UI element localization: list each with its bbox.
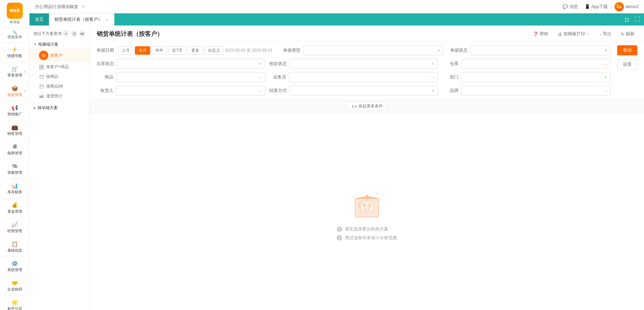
salesperson-dots: ···	[431, 75, 435, 80]
add-scheme-button[interactable]: +	[63, 30, 69, 37]
logo-label: 标准版	[10, 20, 20, 24]
scheme-item-by-customer[interactable]: 按 按客户	[30, 49, 90, 62]
payment-status-select[interactable]: ▼	[289, 59, 438, 69]
out-status-select[interactable]: ▼	[117, 59, 265, 69]
scheme-group-desktop-toggle[interactable]: ▼ 电脑端方案	[30, 40, 90, 49]
department-select[interactable]: ▼	[461, 72, 610, 82]
salesperson-col: 业务员 ···	[269, 72, 438, 82]
sidebar-item-marketing[interactable]: 📢 营销推广	[0, 101, 29, 120]
collapse-bar: ∧∧ 收起更多条件	[90, 100, 644, 113]
refresh-button[interactable]: ↻ 刷新	[618, 30, 637, 38]
inventory-label: 库存核算	[7, 190, 22, 195]
tab-close-button[interactable]: ×	[104, 17, 109, 22]
sidebar-item-newbie[interactable]: 🌟 新手引导	[0, 296, 29, 310]
filter-row-3: 商品 ··· 业务员 ··· 部门	[97, 72, 637, 82]
date-btn-this-month[interactable]: 本月	[135, 46, 150, 55]
query-button[interactable]: 查询	[617, 45, 637, 55]
date-btn-this-year[interactable]: 本年	[152, 46, 167, 55]
sidebar-item-inventory[interactable]: 📊 库存核算	[0, 179, 29, 198]
receiver-input[interactable]: ···	[116, 86, 265, 96]
brand-dots: ···	[604, 88, 607, 93]
svg-point-20	[356, 194, 358, 195]
out-status-label: 出库状态	[97, 61, 114, 67]
scheme-by-product-label: 按商品	[46, 74, 58, 80]
date-btn-custom[interactable]: 自定义	[204, 46, 224, 55]
scheme-group-mobile-toggle[interactable]: ▶ 移动端方案	[30, 104, 90, 112]
print-button[interactable]: 🖨 按模板打印 ▼	[555, 30, 593, 38]
sidebar-item-wholesale[interactable]: 📦 批发管理	[0, 82, 29, 101]
brand-input[interactable]: ···	[461, 86, 610, 96]
payment-status-label: 收款状态	[269, 61, 287, 67]
sidebar-item-collab[interactable]: 🤝 企业协同	[0, 276, 29, 296]
tab-sales-stats[interactable]: 销货单统计表（按客户） ×	[49, 13, 114, 25]
sidebar-item-retail[interactable]: 🛒 零售管理	[0, 62, 29, 82]
scheme-settings-button[interactable]: ⊙	[71, 30, 77, 37]
doc-type-select[interactable]: ▼	[303, 45, 443, 55]
content-area: 销货单统计表（按客户） ❓ 帮助 🖨 按模板打印 ▼ ↓ 导出	[90, 25, 644, 310]
sidebar-item-quick-nav[interactable]: ⚡ 快捷导航	[0, 43, 29, 62]
collab-icon: 🤝	[11, 279, 18, 286]
product-label: 商品	[97, 74, 113, 80]
newbie-icon: 🌟	[11, 299, 18, 306]
sidebar-item-operations[interactable]: 📈 经营管理	[0, 218, 29, 237]
sidebar-item-sales[interactable]: 💼 销售管理	[0, 120, 29, 140]
doc-type-arrow-icon: ▼	[437, 49, 440, 52]
scheme-collapse-button[interactable]: ≪	[79, 30, 86, 37]
sidebar-item-purchase[interactable]: 🛍 采购管理	[0, 159, 29, 179]
sidebar-item-basic[interactable]: 📋 基础信息	[0, 237, 29, 257]
product-input[interactable]: ···	[116, 72, 265, 82]
scheme-panel: 按以下方案查询 + ⊙ ≪ ▼ 电脑端方案 按	[30, 25, 90, 310]
filter-area: 单据日期 上月 本月 本年 近7天 更多 自定义 2023-03-01 至 20…	[90, 41, 644, 100]
doc-status-select[interactable]: ▼	[470, 45, 610, 55]
doc-status-arrow-icon: ▼	[604, 49, 607, 52]
filter-row-2: 出库状态 ▼ 收款状态 ▼	[97, 59, 637, 69]
purchase-icon: 🛍	[11, 163, 18, 169]
date-btn-last-7days[interactable]: 近7天	[168, 46, 186, 55]
system-label: 系统管理	[7, 267, 22, 272]
app-download-action[interactable]: 📱 App下载	[585, 4, 608, 10]
tab-restore-button[interactable]: ⊡	[623, 15, 631, 23]
export-button[interactable]: ↓ 导出	[597, 30, 614, 38]
scheme-item-product99[interactable]: 按商品99	[30, 82, 90, 91]
sidebar-item-system[interactable]: ⚙️ 系统管理	[0, 257, 29, 276]
date-label: 单据日期	[97, 47, 114, 53]
search-menu-item[interactable]: 🔍 搜索菜单	[0, 28, 29, 43]
product-dots: ···	[259, 75, 262, 80]
sidebar-item-ecommerce[interactable]: 🖥 电商管理	[0, 140, 29, 159]
collapse-button[interactable]: ∧∧ 收起更多条件	[347, 102, 387, 110]
scheme-customer-product-label: 按客户+商品	[46, 64, 69, 70]
help-button[interactable]: ❓ 帮助	[530, 30, 551, 38]
salesperson-input[interactable]: ···	[289, 72, 438, 82]
message-action[interactable]: 💬 消息	[562, 4, 578, 10]
svg-rect-10	[42, 95, 43, 98]
date-btn-last-month[interactable]: 上月	[118, 46, 133, 55]
scheme-item-return-stats[interactable]: 退货统计	[30, 91, 90, 101]
settlement-select[interactable]: ▼	[289, 86, 438, 96]
export-icon: ↓	[599, 32, 602, 37]
payment-status-arrow-icon: ▼	[431, 62, 435, 66]
svg-rect-2	[40, 67, 41, 69]
refresh-icon: ↻	[621, 32, 625, 37]
ecommerce-label: 电商管理	[7, 151, 22, 156]
query-buttons-area: 查询 设置	[617, 45, 637, 69]
title-actions: ❓ 帮助 🖨 按模板打印 ▼ ↓ 导出 ↻ 刷新	[530, 30, 637, 38]
user-profile[interactable]: Ea demo2	[614, 2, 639, 11]
download-icon: 📱	[585, 4, 590, 9]
department-arrow-icon: ▼	[604, 75, 607, 79]
settings-button[interactable]: 设置	[617, 59, 637, 69]
svg-point-22	[380, 200, 381, 201]
tab-maximize-button[interactable]: ⛶	[633, 15, 641, 23]
customer-product-icon	[39, 64, 44, 70]
print-icon: 🖨	[558, 32, 562, 37]
brand-col: 品牌 ···	[442, 86, 610, 96]
scheme-item-customer-product[interactable]: 按客户+商品	[30, 62, 90, 72]
operations-label: 经营管理	[7, 228, 22, 234]
sales-label: 销售管理	[7, 131, 22, 136]
sidebar-item-finance[interactable]: 💰 资金管理	[0, 198, 29, 218]
warehouse-input[interactable]: ···	[461, 59, 610, 69]
return-stats-icon	[39, 94, 44, 99]
inventory-icon: 📊	[11, 182, 18, 189]
date-btn-more[interactable]: 更多	[187, 46, 203, 55]
scheme-item-by-product[interactable]: 按商品	[30, 72, 90, 82]
tab-home[interactable]: 首页	[30, 13, 49, 25]
